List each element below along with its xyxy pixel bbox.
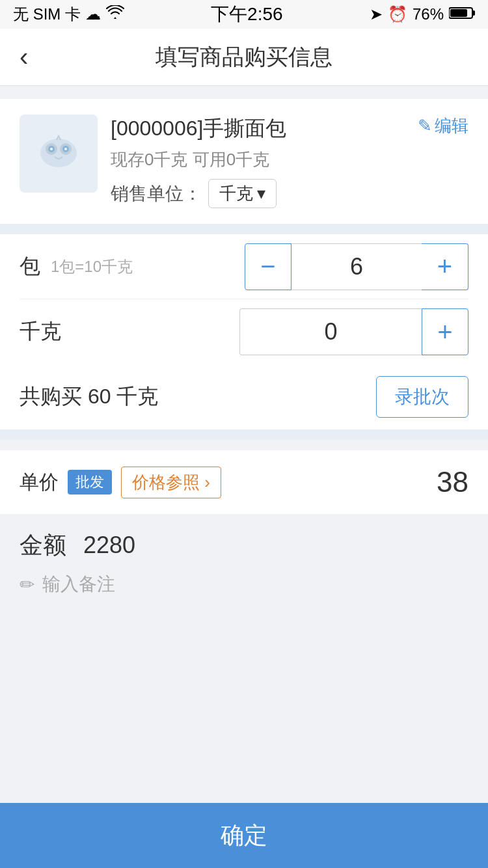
package-hint: 1包=10千克 xyxy=(51,256,133,277)
status-bar: 无 SIM 卡 ☁ 下午2:56 ➤ ⏰ 76% xyxy=(0,0,488,29)
product-card: [0000006]手撕面包 现存0千克 可用0千克 销售单位： 千克 ▾ ✎ 编… xyxy=(0,99,488,224)
product-unit-row: 销售单位： 千克 ▾ xyxy=(111,179,468,208)
amount-row: 金额 2280 xyxy=(20,530,468,562)
divider-2 xyxy=(0,429,488,440)
remark-row[interactable]: ✏ 输入备注 xyxy=(20,572,468,597)
svg-point-8 xyxy=(50,148,53,150)
location-icon: ➤ xyxy=(370,5,383,23)
amount-section: 金额 2280 ✏ 输入备注 xyxy=(0,514,488,607)
package-label-text: 包 xyxy=(20,252,40,281)
empty-area xyxy=(0,607,488,776)
battery-icon xyxy=(449,5,475,23)
edit-label: 编辑 xyxy=(435,115,468,137)
battery-text: 76% xyxy=(413,5,444,23)
price-left: 单价 批发 价格参照 › xyxy=(20,467,221,498)
svg-rect-1 xyxy=(472,10,475,16)
plus-icon: + xyxy=(437,252,452,281)
kilogram-label-text: 千克 xyxy=(20,318,61,346)
sim-status: 无 SIM 卡 ☁ xyxy=(13,4,101,25)
edit-icon: ✎ xyxy=(418,116,432,136)
unit-value: 千克 xyxy=(219,182,253,205)
svg-rect-2 xyxy=(450,9,467,17)
price-ref-button[interactable]: 价格参照 › xyxy=(121,467,221,498)
kg-plus-icon: + xyxy=(437,318,452,347)
package-quantity-row: 包 1包=10千克 − + xyxy=(20,234,468,299)
summary-section: 共购买 60 千克 录批次 xyxy=(0,364,488,429)
product-image xyxy=(20,115,98,193)
price-value: 38 xyxy=(437,466,468,498)
page-title: 填写商品购买信息 xyxy=(156,42,332,72)
batch-button[interactable]: 录批次 xyxy=(376,376,468,418)
package-quantity-input[interactable] xyxy=(291,243,422,290)
product-info: [0000006]手撕面包 现存0千克 可用0千克 销售单位： 千克 ▾ xyxy=(111,115,468,208)
kilogram-quantity-row: 千克 + xyxy=(20,299,468,364)
package-plus-button[interactable]: + xyxy=(422,243,468,290)
summary-text: 共购买 60 千克 xyxy=(20,383,158,411)
wifi-icon xyxy=(106,5,124,23)
kilogram-controls: + xyxy=(239,308,468,355)
status-time: 下午2:56 xyxy=(211,2,283,27)
unit-selector[interactable]: 千克 ▾ xyxy=(208,179,277,208)
price-section: 单价 批发 价格参照 › 38 xyxy=(0,450,488,514)
confirm-button[interactable]: 确定 xyxy=(221,820,267,852)
back-button[interactable]: ‹ xyxy=(20,42,28,72)
product-logo xyxy=(36,131,81,176)
amount-value: 2280 xyxy=(83,532,135,558)
remark-label: 输入备注 xyxy=(42,572,115,597)
quantity-section: 包 1包=10千克 − + 千克 + xyxy=(0,234,488,364)
status-left: 无 SIM 卡 ☁ xyxy=(13,4,124,25)
unit-label: 销售单位： xyxy=(111,182,202,206)
alarm-icon: ⏰ xyxy=(388,5,407,23)
package-controls: − + xyxy=(245,243,468,290)
edit-button[interactable]: ✎ 编辑 xyxy=(418,115,468,137)
product-name: [0000006]手撕面包 xyxy=(111,115,468,143)
amount-label: 金额 xyxy=(20,532,66,558)
kilogram-quantity-input[interactable] xyxy=(239,308,422,355)
kilogram-label: 千克 xyxy=(20,318,61,346)
package-minus-button[interactable]: − xyxy=(245,243,291,290)
svg-point-9 xyxy=(64,148,67,150)
nav-bar: ‹ 填写商品购买信息 xyxy=(0,29,488,86)
batch-tag: 批发 xyxy=(68,470,112,495)
pencil-icon: ✏ xyxy=(20,574,34,595)
back-icon: ‹ xyxy=(20,42,28,71)
minus-icon: − xyxy=(260,252,275,281)
kilogram-plus-button[interactable]: + xyxy=(422,308,468,355)
product-stock: 现存0千克 可用0千克 xyxy=(111,148,468,171)
svg-point-3 xyxy=(40,139,77,167)
price-label: 单价 xyxy=(20,469,59,496)
status-right: ➤ ⏰ 76% xyxy=(370,5,475,23)
unit-dropdown-icon: ▾ xyxy=(257,183,265,204)
bottom-bar[interactable]: 确定 xyxy=(0,803,488,868)
divider-1 xyxy=(0,224,488,234)
package-label: 包 1包=10千克 xyxy=(20,252,133,281)
